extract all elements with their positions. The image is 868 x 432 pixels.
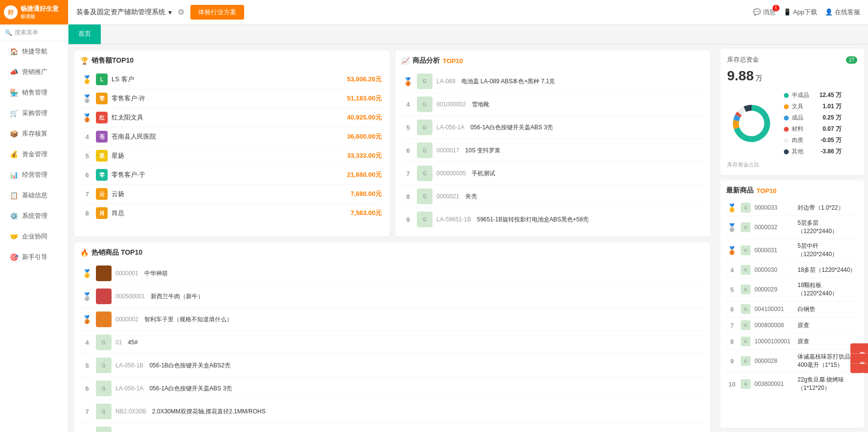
customer-rank-item: 4 苍 苍南县人民医院 36,600.00元 — [80, 127, 384, 146]
top-products-right-title: 📈 商品分析 TOP10 — [401, 56, 705, 65]
sidebar-item-purchase[interactable]: 🛒 采购管理 — [0, 103, 68, 123]
sidebar-item-guide[interactable]: 🎯 新手引导 — [0, 247, 68, 267]
legend-value: 12.45 万 — [812, 91, 842, 99]
top-section: 🏆 销售额TOP10 🥇 L LS 客户 53,006.26元 🥈 零 零售客户… — [74, 50, 710, 237]
new-product-item: 5 G 0000029 18颗粒板（1220*2440） — [726, 278, 858, 301]
new-product-item: 4 G 0000030 18多层（1220*2440） — [726, 262, 858, 278]
new-product-item: 6 G 004100001 白钢垫 — [726, 301, 858, 317]
sidebar-nav: 🏠 快捷导航 📣 营销推广 🏪 销售管理 🛒 采购管理 📦 库存核算 💰 资金管… — [0, 41, 68, 432]
nav-label-inventory: 库存核算 — [22, 129, 47, 138]
product-code: LA-056-1B — [115, 362, 143, 369]
inventory-card: 库存总资金 27 9.88 万 半成品 12.45 万 文具 1.01 万 成品… — [720, 48, 864, 175]
online-service-button[interactable]: 👤 在线客服 — [825, 8, 860, 17]
inventory-amount: 9.88 万 — [727, 68, 857, 84]
online-service-label: 在线客服 — [835, 8, 860, 17]
sidebar-item-finance[interactable]: 💰 资金管理 — [0, 144, 68, 165]
tab-home[interactable]: 首页 — [69, 24, 101, 44]
hot-product-item: 8 G 0000011 12070519-xs — [80, 423, 705, 432]
cooperation-icon: 🤝 — [9, 232, 18, 241]
nav-label-operation: 经营管理 — [22, 170, 47, 179]
product-code: NB2.0X30B — [115, 408, 146, 415]
topbar-title[interactable]: 装备及固定资产辅助管理系统 ▾ — [76, 8, 172, 17]
purchase-icon: 🛒 — [9, 109, 18, 118]
page-tabs: 首页 — [69, 24, 868, 45]
product-code: LA-056-1A — [115, 385, 143, 392]
fire-icon: 🔥 — [80, 249, 89, 257]
new-product-name: 原查 — [798, 321, 857, 330]
live-btn[interactable]: 直播 — [850, 364, 868, 373]
new-product-item: 🥈 G 0000032 5层多层（1220*2440） — [726, 216, 858, 239]
content-right: 库存总资金 27 9.88 万 半成品 12.45 万 文具 1.01 万 成品… — [716, 45, 868, 432]
customer-name: 肖总 — [112, 209, 346, 217]
product-thumb: G — [417, 96, 433, 112]
sidebar-item-quick-nav[interactable]: 🏠 快捷导航 — [0, 41, 68, 62]
new-product-code: 004100001 — [754, 306, 794, 312]
customer-avatar: 苍 — [96, 131, 108, 143]
new-product-name: 白钢垫 — [798, 305, 857, 313]
nav-label-sales: 销售管理 — [22, 88, 47, 97]
legend-label: 文具 — [792, 102, 809, 111]
inventory-amount-number: 9.88 — [727, 68, 754, 83]
customer-name: 苍南县人民医院 — [112, 132, 343, 141]
product-thumb-placeholder: G — [96, 358, 112, 373]
new-product-name: 22g鱼豆腐·烧烤味（1*12*20） — [798, 376, 857, 392]
app-download-button[interactable]: 📱 App下载 — [783, 8, 817, 17]
sidebar-item-system[interactable]: ⚙️ 系统管理 — [0, 206, 68, 226]
logo-text-group: 畅捷通好生意 标准版 — [21, 4, 59, 20]
legend-list: 半成品 12.45 万 文具 1.01 万 成品 0.25 万 材料 0.07 … — [784, 90, 842, 157]
sidebar-item-operation[interactable]: 📊 经营管理 — [0, 165, 68, 185]
product-thumb-placeholder: G — [96, 381, 112, 396]
product-thumb-placeholder: G — [96, 427, 112, 432]
settings-icon[interactable]: ⚙ — [178, 7, 184, 17]
top-product-right-item: 9 G LA-59651-1B 59651-1B旋转投影灯电池盒ABS黑色+58… — [401, 208, 705, 231]
inventory-icon: 📦 — [9, 129, 18, 138]
new-product-code: 0000030 — [754, 266, 794, 273]
donut-container: 半成品 12.45 万 文具 1.01 万 成品 0.25 万 材料 0.07 … — [727, 90, 857, 157]
new-products-list: 🥇 G 0000033 封边带（1.0*22） 🥈 G 0000032 5层多层… — [726, 200, 858, 395]
sidebar-item-marketing[interactable]: 📣 营销推广 — [0, 62, 68, 82]
legend-item: 肉类 -0.05 万 — [784, 135, 842, 146]
new-product-item: 7 G 000800008 原查 — [726, 317, 858, 334]
chart-icon: 📈 — [401, 57, 410, 65]
customer-avatar: 星 — [96, 150, 108, 162]
customer-value: 21,680.00元 — [347, 170, 382, 179]
customer-value: 40,925.00元 — [347, 113, 382, 122]
legend-value: 0.07 万 — [812, 125, 842, 133]
top-customers-title: 🏆 销售额TOP10 — [80, 56, 384, 65]
new-product-thumb: G — [741, 285, 751, 294]
new-product-name: 18多层（1220*2440） — [798, 266, 857, 274]
legend-color-dot — [784, 138, 789, 143]
product-code: LA-056-1A — [436, 124, 464, 131]
nav-label-cooperation: 企业协同 — [22, 232, 47, 241]
nav-label-finance: 资金管理 — [22, 150, 47, 159]
product-thumb: G — [417, 166, 433, 181]
customer-rank-item: 🥇 L LS 客户 53,006.26元 — [80, 70, 384, 89]
product-code: 000500001 — [115, 293, 145, 300]
new-product-name: 封边带（1.0*22） — [798, 204, 857, 212]
mobile-icon: 📱 — [783, 8, 791, 16]
new-product-code: 10000100001 — [754, 338, 794, 345]
search-icon: 🔍 — [5, 29, 12, 36]
customer-avatar: 零 — [96, 93, 108, 104]
search-label: 搜索菜单 — [15, 28, 38, 37]
product-name: 夹壳 — [465, 192, 477, 201]
service-community-btn[interactable]: 服务社区 — [850, 354, 868, 364]
customer-rank-list: 🥇 L LS 客户 53,006.26元 🥈 零 零售客户·许 51,183.0… — [80, 70, 384, 222]
try-plan-button[interactable]: 体验行业方案 — [190, 5, 244, 20]
sidebar-item-inventory[interactable]: 📦 库存核算 — [0, 123, 68, 144]
sidebar-item-cooperation[interactable]: 🤝 企业协同 — [0, 226, 68, 247]
customer-service-btn[interactable]: 客服热线 — [850, 343, 868, 354]
logo-badge: 标准版 — [21, 13, 59, 20]
new-product-thumb: G — [741, 222, 751, 232]
message-button[interactable]: 💬 消息 6 — [753, 8, 776, 17]
top-product-right-item: 6 G 0000017 10S 变抖罗浆 — [401, 139, 705, 162]
new-product-item: 10 G 003800001 22g鱼豆腐·烧烤味（1*12*20） — [726, 373, 858, 395]
sidebar-search[interactable]: 🔍 搜索菜单 — [0, 24, 68, 41]
guide-icon: 🎯 — [9, 253, 18, 262]
product-thumb: G — [417, 143, 433, 158]
sidebar-item-sales[interactable]: 🏪 销售管理 — [0, 82, 68, 103]
customer-avatar: L — [96, 73, 108, 85]
sidebar-item-basic[interactable]: 📋 基础信息 — [0, 185, 68, 206]
finance-icon: 💰 — [9, 150, 18, 159]
app-download-label: App下载 — [793, 8, 817, 17]
